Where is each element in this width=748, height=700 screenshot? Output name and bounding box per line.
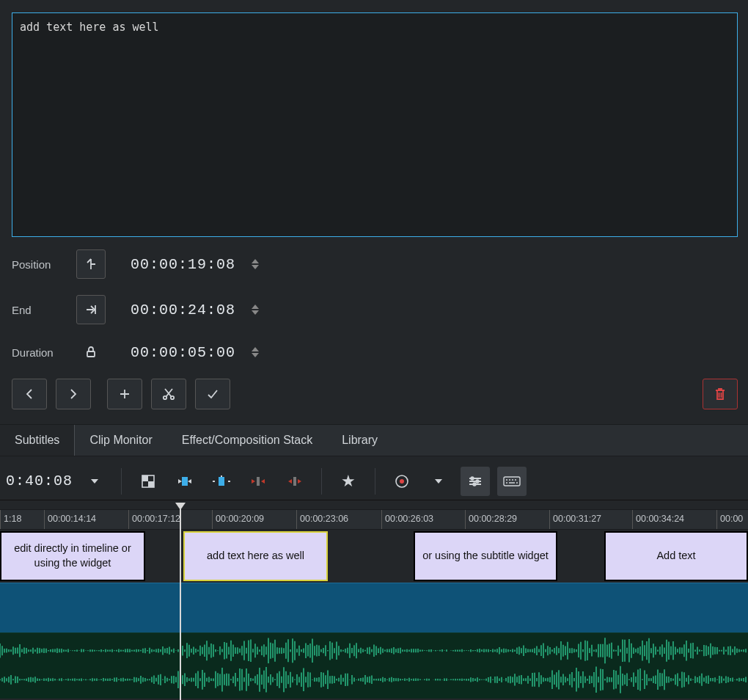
ruler-tick: 00:00:31:27 [549, 510, 601, 529]
ruler-tick: 00:00 [716, 510, 743, 529]
svg-rect-5 [148, 481, 154, 487]
end-label: End [12, 304, 65, 316]
end-spinner[interactable] [252, 305, 259, 315]
position-row: Position 00:00:19:08 [12, 248, 259, 280]
subtitle-clip[interactable]: Add text [604, 531, 748, 581]
panel-tab-bar: Subtitles Clip Monitor Effect/Compositio… [0, 424, 748, 456]
position-label: Position [12, 258, 65, 271]
duration-spinner[interactable] [252, 347, 259, 357]
tab-effect-stack[interactable]: Effect/Composition Stack [167, 425, 327, 456]
zone-out-icon[interactable] [207, 467, 236, 496]
subtitle-track[interactable]: edit directly in timeline or using the w… [0, 530, 748, 583]
ripple-delete-icon[interactable] [243, 467, 273, 496]
svg-rect-0 [87, 351, 95, 357]
spinner-up-icon[interactable] [252, 305, 259, 309]
ruler-tick: 00:00:17:12 [128, 510, 180, 529]
svg-rect-8 [293, 477, 296, 486]
svg-point-13 [473, 483, 476, 486]
ruler-tick: 00:00:28:29 [465, 510, 517, 529]
svg-point-10 [400, 479, 404, 484]
playhead[interactable] [180, 509, 181, 700]
spinner-down-icon[interactable] [252, 310, 259, 315]
subtitle-text-editor[interactable] [12, 12, 738, 237]
duration-timecode[interactable]: 00:00:05:00 [131, 344, 235, 361]
audio-track[interactable] [0, 632, 748, 699]
spinner-down-icon[interactable] [252, 265, 259, 269]
end-timecode[interactable]: 00:00:24:08 [131, 302, 235, 318]
timecode-dropdown-icon[interactable] [80, 467, 109, 496]
duration-row: Duration 00:00:05:00 [12, 336, 259, 368]
position-timecode[interactable]: 00:00:19:08 [131, 256, 235, 273]
zone-in-icon[interactable] [170, 467, 199, 496]
spinner-down-icon[interactable] [252, 353, 259, 357]
ruler-tick: 00:00:26:03 [381, 510, 433, 529]
svg-rect-4 [142, 475, 148, 481]
keyboard-shortcuts-icon[interactable] [497, 467, 527, 496]
favorite-effects-icon[interactable]: ★ [334, 467, 363, 496]
video-track[interactable] [0, 583, 748, 632]
add-subtitle-button[interactable] [107, 379, 142, 409]
end-go-icon[interactable] [76, 295, 106, 324]
subtitle-clip[interactable]: or using the subtitle widget [414, 531, 557, 581]
lift-icon[interactable] [280, 467, 309, 496]
tab-clip-monitor[interactable]: Clip Monitor [75, 425, 166, 456]
ruler-tick: 1:18 [0, 510, 21, 529]
ruler-tick: 00:00:23:06 [296, 510, 348, 529]
cut-subtitle-button[interactable] [151, 379, 186, 409]
timeline-options-icon[interactable] [461, 467, 490, 496]
next-subtitle-button[interactable] [56, 379, 91, 409]
end-row: End 00:00:24:08 [12, 294, 259, 326]
record-audio-icon[interactable] [387, 467, 417, 496]
subtitle-clip[interactable]: add text here as well [183, 531, 328, 581]
prev-subtitle-button[interactable] [12, 379, 47, 409]
duration-label: Duration [12, 346, 65, 359]
lock-icon[interactable] [76, 339, 106, 365]
svg-rect-6 [219, 477, 224, 486]
svg-point-12 [476, 480, 479, 483]
svg-rect-14 [504, 477, 520, 486]
ruler-tick: 00:00:20:09 [212, 510, 264, 529]
delete-subtitle-button[interactable] [703, 379, 738, 409]
position-go-icon[interactable] [76, 249, 106, 279]
svg-point-11 [471, 477, 474, 480]
ruler-tick: 00:00:34:24 [632, 510, 684, 529]
tab-subtitles[interactable]: Subtitles [0, 425, 75, 456]
ruler-tick: 00:00:14:14 [44, 510, 96, 529]
timeline-toolbar: 0:40:08 ★ [0, 462, 748, 500]
timeline-ruler[interactable]: 1:1800:00:14:1400:00:17:1200:00:20:0900:… [0, 509, 748, 530]
spinner-up-icon[interactable] [252, 347, 259, 351]
subtitle-clip[interactable]: edit directly in timeline or using the w… [0, 531, 145, 581]
position-spinner[interactable] [252, 259, 259, 269]
apply-subtitle-button[interactable] [195, 379, 230, 409]
proxy-toggle-icon[interactable] [133, 467, 163, 496]
tab-library[interactable]: Library [327, 425, 392, 456]
timeline-cursor-timecode[interactable]: 0:40:08 [3, 473, 73, 489]
svg-rect-7 [257, 477, 260, 486]
spinner-up-icon[interactable] [252, 259, 259, 263]
subtitle-action-row [12, 379, 738, 409]
record-dropdown-icon[interactable] [424, 467, 453, 496]
